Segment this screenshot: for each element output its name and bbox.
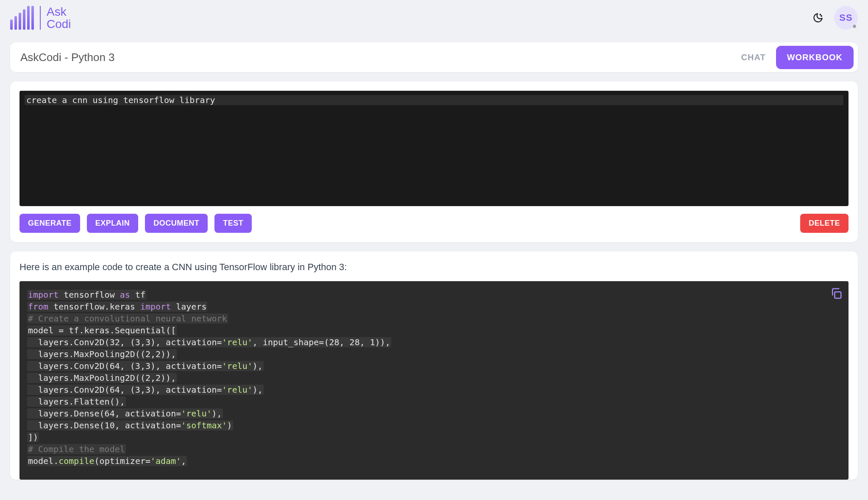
action-left: GENERATE EXPLAIN DOCUMENT TEST <box>19 214 252 233</box>
generate-button[interactable]: GENERATE <box>19 214 80 233</box>
code-line: layers.Conv2D(32, (3,3), activation='rel… <box>27 336 841 348</box>
input-card: create a cnn using tensorflow library GE… <box>10 81 858 242</box>
logo-text: Ask Codi <box>47 6 71 31</box>
svg-rect-2 <box>835 292 841 298</box>
action-row: GENERATE EXPLAIN DOCUMENT TEST DELETE <box>19 214 849 233</box>
code-line: layers.Dense(64, activation='relu'), <box>27 408 841 419</box>
code-line: model = tf.keras.Sequential([ <box>27 324 841 336</box>
title-bar: AskCodi - Python 3 CHAT WORKBOOK <box>10 42 858 72</box>
svg-point-0 <box>820 14 821 15</box>
avatar[interactable]: SS <box>834 6 858 30</box>
logo-mark <box>10 6 34 30</box>
tab-workbook[interactable]: WORKBOOK <box>776 46 854 69</box>
code-line: layers.Conv2D(64, (3,3), activation='rel… <box>27 360 841 372</box>
code-line: model.compile(optimizer='adam', <box>27 455 841 467</box>
code-line: layers.Flatten(), <box>27 396 841 408</box>
svg-point-1 <box>821 16 822 17</box>
output-card: Here is an example code to create a CNN … <box>10 251 858 480</box>
title-bar-tabs: CHAT WORKBOOK <box>741 46 854 69</box>
status-dot <box>852 24 857 29</box>
logo-text-line1: Ask <box>47 6 71 18</box>
tab-chat[interactable]: CHAT <box>741 53 766 62</box>
prompt-text: create a cnn using tensorflow library <box>25 95 843 105</box>
code-line: # Create a convolutional neural network <box>27 313 841 324</box>
code-line: layers.Conv2D(64, (3,3), activation='rel… <box>27 384 841 396</box>
night-icon <box>812 12 823 23</box>
header-right: SS <box>810 6 858 30</box>
output-intro: Here is an example code to create a CNN … <box>19 262 849 273</box>
logo[interactable]: Ask Codi <box>10 6 71 31</box>
output-code-block: import tensorflow as tf from tensorflow.… <box>19 281 849 480</box>
page-title: AskCodi - Python 3 <box>20 51 115 64</box>
code-line: layers.MaxPooling2D((2,2)), <box>27 372 841 384</box>
code-line: layers.Dense(10, activation='softmax') <box>27 419 841 431</box>
code-line: import tensorflow as tf <box>27 289 841 301</box>
logo-divider <box>40 6 41 30</box>
copy-icon <box>830 287 843 300</box>
prompt-editor[interactable]: create a cnn using tensorflow library <box>19 91 849 206</box>
theme-toggle[interactable] <box>810 9 826 26</box>
explain-button[interactable]: EXPLAIN <box>87 214 139 233</box>
code-line: # Compile the model <box>27 443 841 455</box>
logo-text-line2: Codi <box>47 18 71 30</box>
test-button[interactable]: TEST <box>214 214 252 233</box>
code-line: layers.MaxPooling2D((2,2)), <box>27 348 841 360</box>
code-line: ]) <box>27 431 841 443</box>
top-header: Ask Codi SS <box>0 0 868 36</box>
avatar-initials: SS <box>839 12 852 23</box>
code-line: from tensorflow.keras import layers <box>27 301 841 313</box>
document-button[interactable]: DOCUMENT <box>145 214 208 233</box>
copy-button[interactable] <box>830 287 843 301</box>
delete-button[interactable]: DELETE <box>800 214 849 233</box>
